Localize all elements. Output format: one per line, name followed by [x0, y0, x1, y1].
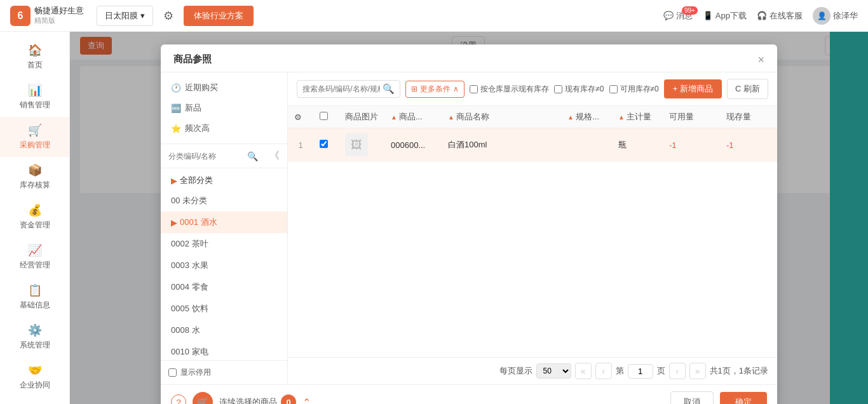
product-search-box: 🔍 — [297, 80, 400, 98]
row-checkbox[interactable] — [320, 140, 328, 148]
trial-button[interactable]: 体验行业方案 — [184, 6, 254, 26]
sidebar-item-finance[interactable]: 💰 资金管理 — [0, 197, 69, 237]
cat-snacks[interactable]: 0004 零食 — [161, 276, 287, 298]
col-spec[interactable]: ▲ 规格... — [561, 106, 612, 128]
confirm-button[interactable]: 确定 — [720, 392, 767, 404]
warehouse-stock-checkbox[interactable] — [470, 85, 478, 93]
sidebar-item-home[interactable]: 🏠 首页 — [0, 37, 69, 77]
page-total: 共1页，1条记录 — [710, 365, 768, 377]
cat-tea[interactable]: 0002 茶叶 — [161, 233, 287, 255]
usable-stock-filter[interactable]: 可用库存≠0 — [609, 84, 659, 95]
new-products-tab[interactable]: 🆕 新品 — [161, 98, 287, 118]
category-search-input[interactable] — [168, 152, 245, 161]
user-avatar[interactable]: 👤 徐泽华 — [813, 7, 858, 25]
warehouse-stock-filter[interactable]: 按仓库显示现有库存 — [470, 84, 549, 95]
cat-liquor[interactable]: ▶ 0001 酒水 — [161, 212, 287, 233]
sidebar-item-label: 系统管理 — [20, 340, 50, 351]
usable-stock-checkbox[interactable] — [609, 85, 618, 93]
cat-water[interactable]: 0008 水 — [161, 320, 287, 341]
col-image: 商品图片 — [339, 106, 384, 128]
sort-up-icon: ▲ — [391, 114, 397, 121]
messages-button[interactable]: 💬 消息 99+ — [663, 10, 693, 22]
refresh-button[interactable]: C 刷新 — [727, 79, 768, 99]
col-settings[interactable]: ⚙ — [288, 106, 313, 128]
select-all-checkbox[interactable] — [320, 112, 328, 120]
cat-appliances-label: 0010 家电 — [171, 346, 208, 358]
available-stock-checkbox[interactable] — [554, 85, 562, 93]
prev-page-button[interactable]: ‹ — [595, 363, 612, 379]
first-page-button[interactable]: « — [575, 363, 592, 379]
online-service-label: 在线客服 — [770, 10, 803, 22]
page-suffix: 页 — [657, 365, 665, 377]
filter-icon: ⊞ — [411, 84, 417, 93]
col-code[interactable]: ▲ 商品... — [384, 106, 442, 128]
cat-water-label: 0008 水 — [171, 325, 200, 336]
sidebar-item-inventory[interactable]: 📦 库存核算 — [0, 157, 69, 197]
col-unit[interactable]: ▲ 主计量 — [612, 106, 663, 128]
sidebar-item-basic-info[interactable]: 📋 基础信息 — [0, 277, 69, 317]
continuous-label: 连续选择的商品 — [219, 396, 277, 404]
modal-body: 🕐 近期购买 🆕 新品 ⭐ 频次高 — [161, 72, 777, 384]
cat-appliances[interactable]: 0010 家电 — [161, 341, 287, 360]
system-icon: ⚙️ — [28, 323, 42, 337]
cat-tea-label: 0002 茶叶 — [171, 238, 208, 250]
col-checkbox[interactable] — [313, 106, 339, 128]
headset-icon: 🎧 — [757, 11, 767, 20]
help-icon[interactable]: ? — [171, 394, 186, 404]
selected-count-badge: 0 — [281, 394, 296, 404]
cat-uncategorized[interactable]: 00 未分类 — [161, 190, 287, 212]
branch-label: 日太阳膜 — [105, 10, 138, 22]
available-stock-filter[interactable]: 现有库存≠0 — [554, 84, 604, 95]
add-product-button[interactable]: + 新增商品 — [664, 79, 722, 98]
sidebar-item-purchase[interactable]: 🛒 采购管理 — [0, 117, 69, 157]
page-number-input[interactable] — [628, 364, 653, 379]
app-download-button[interactable]: 📱 App下载 — [703, 10, 747, 22]
new-icon: 🆕 — [171, 104, 181, 113]
table-row[interactable]: 1 🖼 — [288, 128, 777, 162]
logo-sub: 精简版 — [34, 16, 84, 25]
display-disabled-section: 显示停用 — [161, 360, 287, 384]
page-size-select[interactable]: 50 100 200 — [536, 363, 571, 379]
row-checkbox-cell[interactable] — [313, 128, 339, 162]
col-name[interactable]: ▲ 商品名称 — [442, 106, 561, 128]
cat-all[interactable]: ▶ 全部分类 — [161, 171, 287, 190]
logo: 6 畅捷通好生意 精简版 — [10, 6, 84, 26]
display-disabled-label[interactable]: 显示停用 — [180, 367, 211, 378]
sidebar-item-guide[interactable]: 🎯 新手引导 — [0, 397, 69, 404]
footer-collapse-icon[interactable]: ⌃ — [302, 396, 311, 405]
product-search-input[interactable] — [302, 84, 380, 93]
last-page-button[interactable]: » — [689, 363, 706, 379]
product-reference-modal: 商品参照 × 🕐 近期购买 🆕 — [161, 44, 777, 404]
available-stock-label: 现有库存≠0 — [565, 84, 604, 95]
sidebar-item-operations[interactable]: 📈 经营管理 — [0, 237, 69, 277]
branch-selector[interactable]: 日太阳膜 ▾ — [97, 6, 153, 26]
next-page-button[interactable]: › — [669, 363, 686, 379]
cat-active-arrow: ▶ — [171, 218, 177, 227]
product-image: 🖼 — [345, 133, 368, 156]
high-frequency-tab[interactable]: ⭐ 频次高 — [161, 118, 287, 138]
more-filter-button[interactable]: ⊞ 更多条件 ∧ — [405, 81, 465, 98]
cat-drinks[interactable]: 0005 饮料 — [161, 298, 287, 320]
cancel-button[interactable]: 取消 — [670, 391, 714, 404]
sidebar-item-collab[interactable]: 🤝 企业协同 — [0, 357, 69, 397]
col-available-label: 可用量 — [669, 112, 694, 121]
continuous-select-info: 连续选择的商品 0 — [219, 394, 296, 404]
nav-right: 💬 消息 99+ 📱 App下载 🎧 在线客服 👤 徐泽华 — [663, 7, 858, 25]
recent-purchase-tab[interactable]: 🕐 近期购买 — [161, 77, 287, 98]
settings-icon[interactable]: ⚙ — [158, 6, 179, 26]
cat-fruit[interactable]: 0003 水果 — [161, 255, 287, 276]
search-icon: 🔍 — [247, 151, 258, 161]
modal-footer: ? 🛒 连续选择的商品 0 ⌃ 取消 确定 — [161, 384, 777, 404]
user-name: 徐泽华 — [833, 10, 858, 22]
sidebar-item-system[interactable]: ⚙️ 系统管理 — [0, 317, 69, 357]
purchase-icon: 🛒 — [28, 123, 42, 137]
search-icon: 🔍 — [383, 83, 395, 95]
cart-icon[interactable]: 🛒 — [193, 392, 213, 404]
modal-close-button[interactable]: × — [757, 54, 764, 65]
inventory-icon: 📦 — [28, 163, 42, 177]
logo-text: 畅捷通好生意 — [34, 6, 84, 17]
sidebar-item-sales[interactable]: 📊 销售管理 — [0, 77, 69, 117]
online-service-button[interactable]: 🎧 在线客服 — [757, 10, 803, 22]
collapse-button[interactable]: 《 — [269, 149, 280, 163]
display-disabled-checkbox[interactable] — [168, 368, 177, 377]
